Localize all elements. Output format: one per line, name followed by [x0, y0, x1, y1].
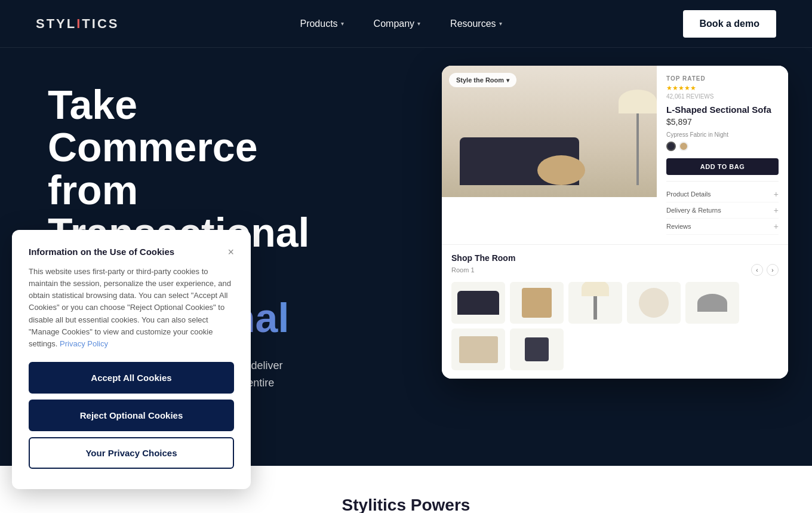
thumb-rug-shape [459, 336, 498, 363]
shop-room-title: Shop The Room [451, 253, 779, 263]
navbar: STYLITICS Products ▾ Company ▾ Resources… [0, 0, 812, 48]
thumb-cushion-shape [525, 337, 549, 361]
room-nav-next-button[interactable]: › [767, 264, 779, 276]
logo-text-i: I [76, 16, 82, 31]
cookie-body-text: This website uses first-party or third-p… [29, 267, 231, 348]
room-lamp-shape [636, 102, 639, 185]
room-image-area: Style the Room [442, 66, 657, 197]
detail-row-reviews: Reviews + [666, 219, 779, 235]
cookie-body: This website uses first-party or third-p… [29, 266, 234, 350]
product-card: Style the Room TOP RATED ★★★★★ 42,061 RE… [442, 66, 788, 379]
expand-icon[interactable]: + [774, 205, 779, 215]
thumb-sofa-shape [457, 291, 499, 315]
thumbnail-side-table[interactable] [510, 282, 564, 324]
detail-label-reviews: Reviews [666, 223, 691, 230]
cookie-dialog: Information on the Use of Cookies × This… [12, 230, 251, 489]
detail-row-delivery: Delivery & Returns + [666, 202, 779, 219]
nav-label-products: Products [300, 19, 337, 29]
room-label: Room 1 ‹ › [451, 264, 779, 276]
powers-title: Stylitics Powers [48, 496, 764, 513]
nav-label-resources: Resources [450, 19, 496, 29]
accept-all-cookies-button[interactable]: Accept All Cookies [29, 362, 234, 394]
thumb-round-table-shape [639, 288, 669, 318]
room-label-text: Room 1 [451, 266, 475, 274]
cookie-close-button[interactable]: × [227, 247, 234, 257]
detail-label-product: Product Details [666, 191, 711, 198]
reject-optional-cookies-button[interactable]: Reject Optional Cookies [29, 400, 234, 431]
logo: STYLITICS [36, 16, 119, 32]
book-demo-button[interactable]: Book a demo [683, 10, 776, 38]
hero-headline-line1: Take Commerce from [48, 82, 258, 213]
thumb-lamp-shape [593, 287, 597, 320]
product-card-inner: Style the Room TOP RATED ★★★★★ 42,061 RE… [442, 66, 788, 379]
thumbnail-sofa[interactable] [451, 282, 505, 324]
shop-room-section: Shop The Room Room 1 ‹ › [442, 244, 788, 379]
product-detail-rows: Product Details + Delivery & Returns + R… [666, 181, 779, 235]
privacy-policy-link[interactable]: Privacy Policy [60, 339, 108, 348]
detail-row-product: Product Details + [666, 186, 779, 202]
chevron-down-icon: ▾ [341, 20, 344, 27]
thumbnail-bowl[interactable] [685, 282, 739, 324]
room-nav-prev-button[interactable]: ‹ [751, 264, 763, 276]
nav-item-resources[interactable]: Resources ▾ [450, 19, 502, 29]
logo-text-tics: TICS [82, 16, 119, 31]
fabric-label: Cypress Fabric in Night [666, 131, 779, 138]
chevron-down-icon: ▾ [499, 20, 502, 27]
nav-item-company[interactable]: Company ▾ [374, 19, 420, 29]
color-swatch-tan[interactable] [679, 142, 688, 151]
nav-links: Products ▾ Company ▾ Resources ▾ [300, 19, 502, 29]
nav-item-products[interactable]: Products ▾ [300, 19, 343, 29]
thumbnail-round-table[interactable] [627, 282, 681, 324]
product-price: $5,897 [666, 117, 779, 127]
cookie-header: Information on the Use of Cookies × [29, 247, 234, 257]
thumb-bowl-shape [697, 294, 727, 312]
top-rated-label: TOP RATED [666, 75, 779, 82]
room-table-shape [537, 155, 585, 185]
thumbnail-lamp[interactable] [568, 282, 622, 324]
expand-icon[interactable]: + [774, 222, 779, 231]
product-name: L-Shaped Sectional Sofa [666, 105, 779, 115]
color-swatch-dark[interactable] [666, 142, 676, 151]
detail-label-delivery: Delivery & Returns [666, 207, 721, 214]
color-swatches [666, 142, 779, 151]
product-thumbnails [451, 282, 779, 370]
review-count: 42,061 REVIEWS [666, 93, 779, 100]
thumb-table-shape [522, 288, 552, 318]
product-top: Style the Room TOP RATED ★★★★★ 42,061 RE… [442, 66, 788, 244]
cookie-title: Information on the Use of Cookies [29, 247, 174, 257]
expand-icon[interactable]: + [774, 189, 779, 199]
chevron-down-icon: ▾ [417, 20, 420, 27]
style-room-button[interactable]: Style the Room [449, 73, 516, 87]
thumbnail-cushion[interactable] [510, 328, 564, 370]
thumbnail-rug[interactable] [451, 328, 505, 370]
your-privacy-choices-button[interactable]: Your Privacy Choices [29, 437, 234, 469]
nav-label-company: Company [374, 19, 414, 29]
logo-text-styl: STYL [36, 16, 76, 31]
add-to-bag-button[interactable]: ADD TO BAG [666, 158, 779, 175]
star-rating: ★★★★★ [666, 84, 779, 92]
room-nav: ‹ › [751, 264, 779, 276]
product-detail-area: TOP RATED ★★★★★ 42,061 REVIEWS L-Shaped … [657, 66, 788, 244]
hero-product-preview: Style the Room TOP RATED ★★★★★ 42,061 RE… [442, 66, 812, 436]
